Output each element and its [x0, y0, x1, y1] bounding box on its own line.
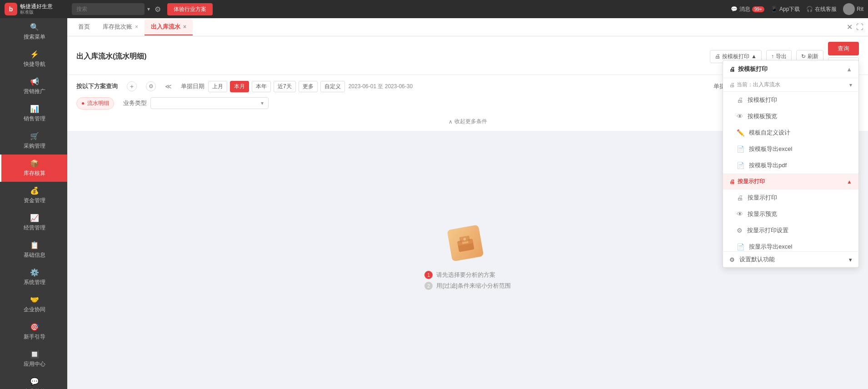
date-btn-custom[interactable]: 自定义 [320, 81, 345, 92]
template-export-pdf-label: 按模板导出pdf [749, 161, 787, 170]
sidebar-item-marketing[interactable]: 📢 营销推广 [0, 73, 67, 100]
purchase-icon: 🛒 [30, 132, 39, 140]
sidebar-item-inventory[interactable]: 📦 库存核算 [0, 155, 67, 182]
empty-step-1: 1 请先选择要分析的方案 [424, 271, 510, 279]
logo-text: 畅捷通好生意 标准版 [20, 3, 53, 15]
sidebar-label-sales: 销售管理 [24, 115, 45, 123]
sidebar-item-collab[interactable]: 🤝 企业协同 [0, 291, 67, 318]
logo-icon: b [5, 3, 17, 15]
panel-print-icon: 🖨 [729, 66, 735, 73]
app-download-label: App下载 [779, 5, 800, 13]
date-btn-this-month[interactable]: 本月 [230, 81, 249, 92]
filter-tag-detail[interactable]: ● 流水明细 [76, 97, 114, 110]
tab-batch[interactable]: 库存批次账 × [96, 19, 145, 35]
edition-label: 标准版 [20, 10, 53, 15]
display-print-collapse-arrow[interactable]: ▲ [847, 179, 852, 185]
message-button[interactable]: 💬 消息 99+ [731, 5, 764, 13]
current-template-text: 当前：出入库流水 [737, 81, 780, 89]
tab-home[interactable]: 首页 [72, 19, 96, 35]
sidebar-item-purchase[interactable]: 🛒 采购管理 [0, 127, 67, 155]
online-service-label: 在线客服 [815, 5, 837, 13]
panel-title-label: 按模板打印 [738, 65, 768, 73]
sidebar-label-quicknav: 快捷导航 [24, 60, 45, 68]
display-print-header-icon: 🖨 [729, 179, 735, 185]
content-area: 首页 库存批次账 × 出入库流水 × ✕ ⛶ 出入库流水(流水明细) 🖨 按模板… [67, 18, 868, 389]
sidebar-item-finance[interactable]: 💰 资金管理 [0, 182, 67, 209]
sidebar-item-basic[interactable]: 📋 基础信息 [0, 236, 67, 264]
sidebar-label-purchase: 采购管理 [24, 142, 45, 150]
template-preview-item[interactable]: 👁 按模板预览 [723, 108, 858, 125]
sidebar-item-quicknav[interactable]: ⚡ 快捷导航 [0, 45, 67, 73]
print-template-label: 按模板打印 [722, 53, 749, 60]
tab-home-label: 首页 [78, 23, 90, 31]
tab-close-all-icon[interactable]: ✕ [847, 23, 853, 31]
panel-collapse-arrow[interactable]: ▲ [846, 66, 852, 73]
filter-setting-button[interactable]: ⚙ [146, 81, 156, 91]
avatar [843, 3, 855, 15]
sidebar-item-search[interactable]: 🔍 搜索菜单 [0, 18, 67, 45]
date-btn-this-year[interactable]: 本年 [252, 81, 271, 92]
tab-flow[interactable]: 出入库流水 × [145, 19, 193, 35]
app-download-button[interactable]: 📱 App下载 [771, 5, 800, 13]
message-label: 消息 [739, 5, 750, 13]
sidebar-label-collab: 企业协同 [24, 306, 45, 314]
date-filter-group: 单据日期 上月 本月 本年 近7天 更多 自定义 2023-06-01 至 20… [181, 81, 704, 92]
tab-expand-icon[interactable]: ⛶ [856, 23, 863, 31]
date-btn-last-month[interactable]: 上月 [208, 81, 227, 92]
display-export-excel-item[interactable]: 📄 按显示导出excel [723, 239, 858, 251]
sidebar-item-system[interactable]: ⚙️ 系统管理 [0, 264, 67, 291]
sidebar-label-finance: 资金管理 [24, 197, 45, 204]
sidebar-item-sales[interactable]: 📊 销售管理 [0, 100, 67, 127]
search-dropdown-icon[interactable]: ▾ [147, 6, 150, 12]
collapse-button[interactable]: ∧ 收起更多条件 [449, 118, 487, 125]
user-avatar-area[interactable]: Rit [843, 3, 863, 15]
message-icon: 💬 [731, 6, 738, 12]
online-service-button[interactable]: 🎧 在线客服 [806, 5, 837, 13]
set-default-arrow: ▾ [849, 256, 852, 263]
collapse-arrow-up: ∧ [449, 119, 453, 125]
username-label: Rit [857, 6, 863, 12]
display-print-settings-item[interactable]: ⚙ 按显示打印设置 [723, 222, 858, 239]
empty-steps-list: 1 请先选择要分析的方案 2 用[过滤]条件来缩小分析范围 [424, 271, 510, 293]
print-dropdown-arrow: ▲ [751, 53, 757, 60]
sidebar-label-system: 系统管理 [24, 279, 45, 286]
wechat-icon: 💬 [30, 377, 39, 386]
top-bar: b 畅捷通好生意 标准版 ▾ ⚙ 体验行业方案 💬 消息 99+ 📱 App下载… [0, 0, 868, 18]
date-btn-7days[interactable]: 近7天 [274, 81, 296, 92]
filter-collapse-button[interactable]: ≪ [165, 83, 172, 90]
top-search-input[interactable] [72, 3, 145, 15]
trial-button[interactable]: 体验行业方案 [167, 3, 213, 15]
template-print-item[interactable]: 🖨 按模板打印 [723, 92, 858, 108]
step-2-text: 用[过滤]条件来缩小分析范围 [436, 282, 510, 290]
system-icon: ⚙️ [30, 268, 39, 277]
template-export-excel-item[interactable]: 📄 按模板导出excel [723, 141, 858, 157]
display-print-item[interactable]: 🖨 按显示打印 [723, 190, 858, 206]
set-default-footer[interactable]: ⚙ 设置默认功能 ▾ [723, 251, 858, 267]
empty-icon-wrapper [449, 227, 486, 264]
refresh-icon: ↻ [801, 53, 806, 60]
sidebar-label-basic: 基础信息 [24, 251, 45, 259]
top-right-actions: 💬 消息 99+ 📱 App下载 🎧 在线客服 Rit [731, 3, 863, 15]
filter-add-button[interactable]: + [127, 81, 137, 91]
display-export-excel-label: 按显示导出excel [749, 243, 792, 251]
sidebar-item-wechat[interactable]: 💬 企业微信 [0, 373, 67, 389]
sidebar-item-guide[interactable]: 🎯 新手引导 [0, 318, 67, 345]
display-excel-icon: 📄 [737, 243, 744, 250]
tab-bar-right: ✕ ⛶ [847, 23, 863, 31]
template-export-pdf-item[interactable]: 📄 按模板导出pdf [723, 157, 858, 174]
display-preview-item[interactable]: 👁 按显示预览 [723, 206, 858, 222]
empty-state: 1 请先选择要分析的方案 2 用[过滤]条件来缩小分析范围 [424, 227, 510, 293]
biz-type-dropdown[interactable]: ▾ [150, 97, 269, 109]
template-customize-item[interactable]: ✏️ 模板自定义设计 [723, 125, 858, 141]
tab-batch-close[interactable]: × [135, 24, 138, 30]
page-actions: 🖨 按模板打印 ▲ ↑ 导出 ↻ 刷新 查询 设置 [710, 42, 859, 71]
settings-icon[interactable]: ⚙ [155, 5, 161, 14]
sidebar-item-operation[interactable]: 📈 经营管理 [0, 209, 67, 236]
sidebar-label-marketing: 营销推广 [24, 88, 45, 95]
display-preview-icon: 👁 [737, 210, 743, 218]
sidebar-item-apps[interactable]: 🔲 应用中心 [0, 345, 67, 373]
print-icon: 🖨 [715, 53, 720, 60]
query-button[interactable]: 查询 [828, 42, 859, 55]
tab-flow-close[interactable]: × [183, 24, 186, 30]
date-btn-more[interactable]: 更多 [299, 81, 318, 92]
